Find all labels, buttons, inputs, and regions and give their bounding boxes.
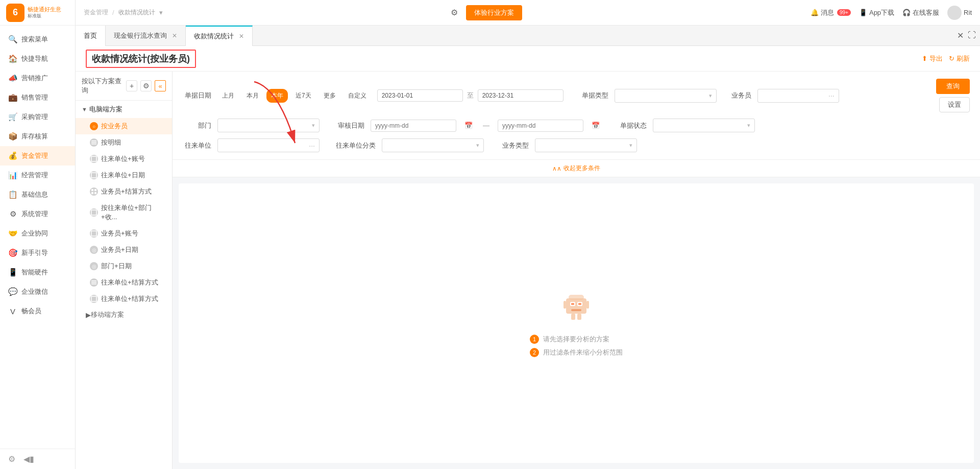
tab-close-collection[interactable]: ✕	[239, 33, 244, 40]
filter-row-3: 往来单位 ··· 往来单位分类 ▾ 业务类型	[183, 138, 970, 152]
page-title-actions: ⬆ 导出 ↻ 刷新	[922, 54, 970, 63]
settings-footer-icon[interactable]: ⚙	[8, 454, 15, 464]
scheme-collapse-btn[interactable]: «	[155, 80, 166, 91]
scheme-item-salesperson-date[interactable]: ◎ 业务员+日期	[76, 242, 172, 258]
date-btn-this-month[interactable]: 本月	[242, 89, 263, 103]
salesperson-label: 业务员	[723, 91, 751, 100]
app-download-btn[interactable]: 📱 App下载	[859, 8, 894, 17]
sidebar-item-wxwork[interactable]: 💬 企业微信	[0, 282, 75, 301]
scheme-item-partner-date[interactable]: 往来单位+日期	[76, 167, 172, 183]
date-btn-7days[interactable]: 近7天	[291, 89, 316, 103]
breadcrumb-chevron-icon[interactable]: ▾	[159, 9, 163, 16]
sidebar-item-system[interactable]: ⚙ 系统管理	[0, 204, 75, 224]
tab-close-cashflow[interactable]: ✕	[172, 32, 177, 39]
step-item-2: 2 用过滤条件来缩小分析范围	[530, 348, 623, 357]
sidebar-item-sales[interactable]: 💼 销售管理	[0, 88, 75, 107]
date-label: 单据日期	[183, 91, 211, 100]
date-from-input[interactable]	[377, 89, 463, 102]
sidebar-item-quicknav[interactable]: 🏠 快捷导航	[0, 49, 75, 68]
sidebar-item-management[interactable]: 📊 经营管理	[0, 166, 75, 185]
scheme-item-partner-account[interactable]: 往来单位+账号	[76, 151, 172, 167]
scheme-group-mobile-header[interactable]: ▶ 移动端方案	[76, 307, 172, 322]
counterpart-more-icon[interactable]: ···	[309, 142, 315, 150]
scheme-item-salesperson-settle[interactable]: 业务员+结算方式	[76, 183, 172, 200]
sidebar-item-marketing[interactable]: 📣 营销推广	[0, 68, 75, 88]
header-gear-icon[interactable]: ⚙	[451, 8, 458, 17]
date-btn-custom[interactable]: 自定义	[344, 89, 371, 103]
department-select[interactable]: ▾	[217, 119, 320, 132]
scheme-group-pc-header[interactable]: ▼ 电脑端方案	[76, 101, 172, 118]
scheme-item-partner-dept[interactable]: 按往来单位+部门+收...	[76, 200, 172, 225]
tab-close-all-icon[interactable]: ✕	[957, 31, 964, 40]
sidebar-item-finance[interactable]: 💰 资金管理	[0, 146, 75, 166]
settings-button[interactable]: 设置	[939, 97, 970, 112]
date-btn-more[interactable]: 更多	[319, 89, 340, 103]
review-date-from-input[interactable]	[371, 120, 456, 132]
voucher-type-select[interactable]: ▾	[615, 89, 717, 103]
breadcrumb: 资金管理	[84, 8, 108, 17]
date-btn-last-month[interactable]: 上月	[217, 89, 239, 103]
user-name: Rit	[964, 9, 972, 16]
sidebar-item-purchase[interactable]: 🛒 采购管理	[0, 107, 75, 127]
home-icon: 🏠	[8, 54, 17, 63]
salesperson-select[interactable]: ···	[757, 89, 839, 103]
voucher-status-select[interactable]: ▾	[653, 119, 755, 132]
tab-home[interactable]: 首页	[76, 26, 106, 46]
counterpart-category-select[interactable]: ▾	[382, 138, 484, 152]
collapse-bar[interactable]: ∧∧ 收起更多条件	[173, 160, 980, 177]
scheme-item-detail[interactable]: 按明细	[76, 134, 172, 151]
date-to-input[interactable]	[478, 89, 564, 102]
svg-rect-0	[91, 140, 96, 142]
scheme-item-partner-settle2[interactable]: 往来单位+结算方式	[76, 291, 172, 307]
money-icon: 💰	[8, 151, 17, 160]
scheme-item-dept-date[interactable]: ◎ 部门+日期	[76, 258, 172, 274]
review-date-to-input[interactable]	[498, 120, 583, 132]
counterpart-select[interactable]: ···	[217, 138, 320, 152]
sidebar-item-basic-info[interactable]: 📋 基础信息	[0, 185, 75, 204]
headset-icon: 🎧	[902, 9, 911, 16]
voucher-status-arrow-icon: ▾	[747, 122, 750, 129]
scheme-settings-btn[interactable]: ⚙	[140, 80, 152, 91]
sidebar-item-hardware[interactable]: 📱 智能硬件	[0, 263, 75, 282]
result-area: 1 请先选择要分析的方案 2 用过滤条件来缩小分析范围	[179, 183, 974, 463]
review-date-calendar-to-icon[interactable]: 📅	[590, 122, 602, 129]
arrow-down-icon: ▼	[82, 106, 87, 112]
logo-area: 6 畅捷通好生意 标准版	[0, 0, 75, 26]
trial-button[interactable]: 体验行业方案	[466, 5, 522, 20]
scheme-add-btn[interactable]: +	[126, 80, 137, 91]
date-btn-this-year[interactable]: 本年	[266, 89, 288, 103]
sidebar-item-guide[interactable]: 🎯 新手引导	[0, 243, 75, 263]
online-service-btn[interactable]: 🎧 在线客服	[902, 8, 939, 17]
query-button[interactable]: 查询	[936, 79, 970, 94]
chart-icon: 📊	[8, 171, 17, 180]
tab-maximize-icon[interactable]: ⛶	[968, 31, 976, 40]
svg-rect-2	[91, 144, 96, 145]
scheme-item-salesperson[interactable]: ○ 按业务员	[76, 118, 172, 134]
collapse-sidebar-icon[interactable]: ◀▮	[23, 454, 34, 464]
sidebar-item-search[interactable]: 🔍 搜索菜单	[0, 30, 75, 49]
scheme-item-icon-5	[90, 208, 98, 217]
tab-cashflow[interactable]: 现金银行流水查询 ✕	[106, 26, 186, 46]
review-date-calendar-icon[interactable]: 📅	[462, 122, 475, 129]
vip-icon: V	[8, 307, 17, 316]
scheme-item-icon-7: ◎	[90, 246, 98, 254]
export-button[interactable]: ⬆ 导出	[922, 54, 943, 63]
salesperson-more-icon[interactable]: ···	[828, 91, 835, 100]
sidebar-item-collab[interactable]: 🤝 企业协同	[0, 224, 75, 243]
scheme-item-partner-settle1[interactable]: 往来单位+结算方式	[76, 274, 172, 291]
svg-rect-13	[91, 284, 96, 285]
refresh-button[interactable]: ↻ 刷新	[949, 54, 970, 63]
sidebar: 6 畅捷通好生意 标准版 🔍 搜索菜单 🏠 快捷导航 📣 营销推广 💼 销售管理…	[0, 0, 76, 469]
business-type-select[interactable]: ▾	[535, 138, 637, 152]
scheme-item-salesperson-account[interactable]: 业务员+账号	[76, 225, 172, 242]
sidebar-item-vip[interactable]: V 畅会员	[0, 301, 75, 321]
scheme-item-icon-6	[90, 229, 98, 238]
tab-collection[interactable]: 收款情况统计 ✕	[186, 26, 253, 46]
business-type-arrow-icon: ▾	[629, 142, 632, 149]
scheme-panel-header: 按以下方案查询 + ⚙ «	[76, 72, 172, 101]
sidebar-item-inventory[interactable]: 📦 库存核算	[0, 127, 75, 146]
messages-btn[interactable]: 🔔 消息 99+	[811, 8, 851, 17]
bell-icon: 🔔	[811, 9, 819, 16]
voucher-type-arrow-icon: ▾	[709, 92, 712, 99]
user-area[interactable]: Rit	[947, 6, 972, 20]
